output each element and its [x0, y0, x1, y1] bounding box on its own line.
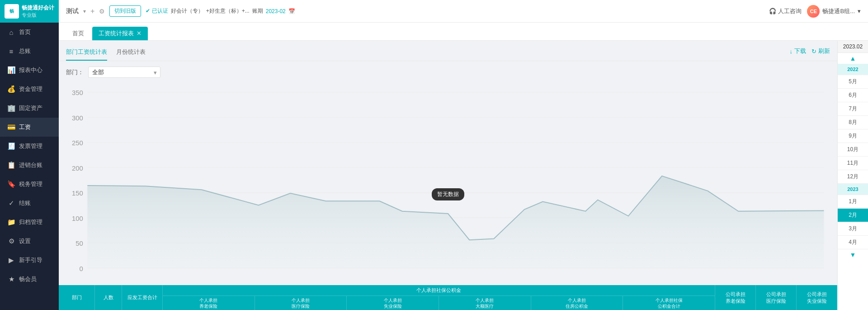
download-icon: ↓ [790, 48, 793, 55]
dept-select-wrap: 全部财务部销售部技术部行政部 ▾ [88, 67, 160, 78]
sidebar-item-reports[interactable]: 📊报表中心 [0, 61, 59, 80]
sidebar-item-home[interactable]: ⌂首页 [0, 23, 59, 42]
content-inner: 部门工资统计表月份统计表 ↓ 下载 ↻ 刷新 部门： 全部财 [59, 41, 868, 310]
salary-icon: 💳 [7, 123, 15, 131]
add-icon[interactable]: + [90, 7, 94, 15]
rp-month-2023-1月[interactable]: 1月 [838, 195, 868, 209]
sidebar-item-label: 设置 [19, 237, 31, 245]
sidebar-item-ledger[interactable]: ≡总账 [0, 42, 59, 61]
th-personal-medical: 个人承担医疗保险 [255, 296, 347, 310]
avatar: CE [807, 5, 820, 18]
guide-icon: ▶ [7, 256, 15, 264]
settings-icon[interactable]: ⚙ [99, 8, 105, 15]
sidebar-item-settings[interactable]: ⚙设置 [0, 232, 59, 251]
svg-text:100: 100 [72, 215, 83, 222]
consult-btn[interactable]: 🎧 人工咨询 [769, 7, 802, 15]
rp-year-2022: 2022 [838, 64, 868, 75]
rp-month-2022-10月[interactable]: 10月 [838, 143, 868, 157]
settings-icon: ⚙ [7, 237, 15, 245]
svg-text:50: 50 [75, 240, 83, 248]
subtab-actions: ↓ 下载 ↻ 刷新 [790, 47, 830, 59]
rp-month-2022-11月[interactable]: 11月 [838, 157, 868, 170]
rp-next-btn[interactable]: ▼ [838, 249, 868, 260]
subtab-dept[interactable]: 部门工资统计表 [66, 45, 107, 61]
sidebar-item-sales[interactable]: 📋进销台账 [0, 156, 59, 175]
sidebar-item-label: 新手引导 [19, 256, 42, 264]
user-menu[interactable]: CE 畅捷通B组... ▾ [807, 5, 861, 18]
sidebar-item-label: 进销台账 [19, 161, 42, 169]
rp-month-2023-4月[interactable]: 4月 [838, 236, 868, 249]
rp-month-2022-9月[interactable]: 9月 [838, 129, 868, 143]
invoice-icon: 🧾 [7, 142, 15, 150]
rp-month-2023-3月[interactable]: 3月 [838, 222, 868, 236]
tabbar: 首页工资统计报表✕ [59, 23, 868, 41]
rp-month-2022-6月[interactable]: 6月 [838, 89, 868, 102]
sidebar-item-label: 固定资产 [19, 104, 42, 112]
sidebar-item-salary[interactable]: 💳工资 [0, 118, 59, 137]
sidebar-item-invoice[interactable]: 🧾发票管理 [0, 137, 59, 156]
logo-icon: 畅 [5, 4, 19, 19]
sidebar-item-label: 发票管理 [19, 142, 42, 150]
sidebar-item-member[interactable]: ★畅会员 [0, 270, 59, 289]
download-btn[interactable]: ↓ 下载 [790, 47, 807, 55]
switch-old-btn[interactable]: 切到旧版 [109, 5, 141, 17]
dept-select[interactable]: 全部财务部销售部技术部行政部 [88, 67, 160, 78]
topbar-arrow: ▾ [83, 8, 86, 14]
svg-text:250: 250 [72, 140, 83, 147]
th-company-unemployment: 公司承担失业保险 [797, 285, 837, 310]
sidebar-item-archive[interactable]: 📁归档管理 [0, 213, 59, 232]
tab-home[interactable]: 首页 [66, 27, 90, 40]
sidebar-item-label: 资金管理 [19, 85, 42, 93]
rp-year-2023: 2023 [838, 184, 868, 195]
table-header: 部门 人数 应发工资合计 个人承担社保公积金 个人承担养老保险 个人承担医疗保险… [59, 285, 837, 310]
sidebar: 畅 畅捷通好会计 专业版 ⌂首页≡总账📊报表中心💰资金管理🏢固定资产💳工资🧾发票… [0, 0, 59, 310]
subtabs-container: 部门工资统计表月份统计表 [66, 45, 146, 61]
rp-date-label: 2023.02 [838, 41, 868, 53]
svg-text:150: 150 [72, 190, 83, 197]
funds-icon: 💰 [7, 85, 15, 93]
th-total-salary: 应发工资合计 [122, 285, 163, 310]
topbar: 测试 ▾ + ⚙ 切到旧版 ✔ 已认证 好会计（专） +好生意（标）+... 账… [59, 0, 868, 23]
rp-month-2022-5月[interactable]: 5月 [838, 75, 868, 89]
assets-icon: 🏢 [7, 104, 15, 112]
headset-icon: 🎧 [769, 8, 776, 14]
sidebar-item-label: 税务管理 [19, 180, 42, 188]
rp-prev-btn[interactable]: ▲ [838, 53, 868, 64]
rp-month-2022-8月[interactable]: 8月 [838, 116, 868, 129]
rp-month-2022-12月[interactable]: 12月 [838, 170, 868, 184]
svg-text:0: 0 [80, 265, 83, 272]
sidebar-item-label: 总账 [19, 47, 31, 55]
tab-close-icon[interactable]: ✕ [137, 30, 142, 37]
rp-month-list: 20225月6月7月8月9月10月11月12月20231月2月3月4月 [838, 64, 868, 249]
sidebar-item-label: 首页 [19, 28, 31, 36]
checkout-icon: ✓ [7, 199, 15, 207]
topbar-status: ✔ 已认证 好会计（专） +好生意（标）+... 账期 2023-02 📅 [146, 7, 295, 15]
chart-svg: 350 300 250 200 150 100 50 0 [66, 83, 830, 281]
calendar-icon[interactable]: 📅 [288, 8, 295, 14]
refresh-btn[interactable]: ↻ 刷新 [811, 47, 830, 55]
topbar-project: 测试 [66, 7, 79, 15]
sidebar-items: ⌂首页≡总账📊报表中心💰资金管理🏢固定资产💳工资🧾发票管理📋进销台账🔖税务管理✓… [0, 23, 59, 289]
logo-text: 畅捷通好会计 专业版 [22, 4, 54, 19]
rp-month-2022-7月[interactable]: 7月 [838, 102, 868, 116]
th-personal-pension: 个人承担养老保险 [163, 296, 255, 310]
tax-icon: 🔖 [7, 180, 15, 188]
main-content: 测试 ▾ + ⚙ 切到旧版 ✔ 已认证 好会计（专） +好生意（标）+... 账… [59, 0, 868, 310]
sidebar-item-checkout[interactable]: ✓结账 [0, 194, 59, 213]
sidebar-item-assets[interactable]: 🏢固定资产 [0, 99, 59, 118]
sidebar-item-label: 畅会员 [19, 275, 37, 283]
tab-label: 首页 [72, 30, 84, 37]
subtab-bar: 部门工资统计表月份统计表 ↓ 下载 ↻ 刷新 [59, 41, 837, 61]
dept-filter-label: 部门： [66, 68, 84, 76]
sidebar-item-guide[interactable]: ▶新手引导 [0, 251, 59, 270]
reports-icon: 📊 [7, 66, 15, 74]
sidebar-item-tax[interactable]: 🔖税务管理 [0, 175, 59, 194]
sidebar-item-funds[interactable]: 💰资金管理 [0, 80, 59, 99]
tab-salary-report[interactable]: 工资统计报表✕ [92, 27, 148, 40]
rp-month-2023-2月[interactable]: 2月 [838, 209, 868, 222]
refresh-icon: ↻ [811, 48, 816, 55]
th-personal-cols: 个人承担养老保险 个人承担医疗保险 个人承担失业保险 个人承担大额医疗 个人承担… [163, 296, 715, 310]
sidebar-item-label: 报表中心 [19, 66, 42, 74]
ledger-icon: ≡ [7, 48, 15, 55]
subtab-monthly[interactable]: 月份统计表 [116, 45, 146, 61]
